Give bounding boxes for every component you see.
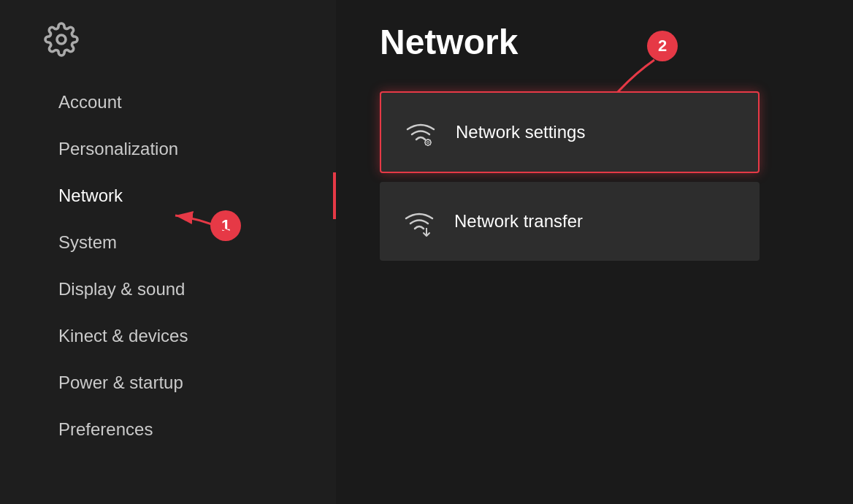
sidebar-item-account[interactable]: Account <box>0 79 336 126</box>
network-transfer-card[interactable]: Network transfer <box>380 182 760 261</box>
sidebar-item-network[interactable]: Network <box>0 172 336 219</box>
network-transfer-icon <box>402 204 437 239</box>
sidebar-item-personalization[interactable]: Personalization <box>0 126 336 172</box>
sidebar-item-power-startup[interactable]: Power & startup <box>0 359 336 406</box>
network-cards-container: Network settings Network transfer <box>380 91 760 261</box>
svg-point-0 <box>57 35 66 44</box>
sidebar: Account Personalization Network System D… <box>0 0 336 504</box>
sidebar-item-preferences[interactable]: Preferences <box>0 406 336 453</box>
network-transfer-label: Network transfer <box>454 211 583 232</box>
network-settings-label: Network settings <box>456 122 585 142</box>
page-title: Network <box>380 22 809 62</box>
network-settings-icon <box>403 115 438 150</box>
settings-gear-icon[interactable] <box>44 22 79 57</box>
sidebar-item-kinect-devices[interactable]: Kinect & devices <box>0 313 336 359</box>
sidebar-item-display-sound[interactable]: Display & sound <box>0 266 336 313</box>
sidebar-nav: Account Personalization Network System D… <box>0 79 336 504</box>
main-content: Network 2 <box>336 0 853 504</box>
network-settings-card[interactable]: Network settings <box>380 91 760 173</box>
sidebar-item-system[interactable]: System <box>0 219 336 266</box>
